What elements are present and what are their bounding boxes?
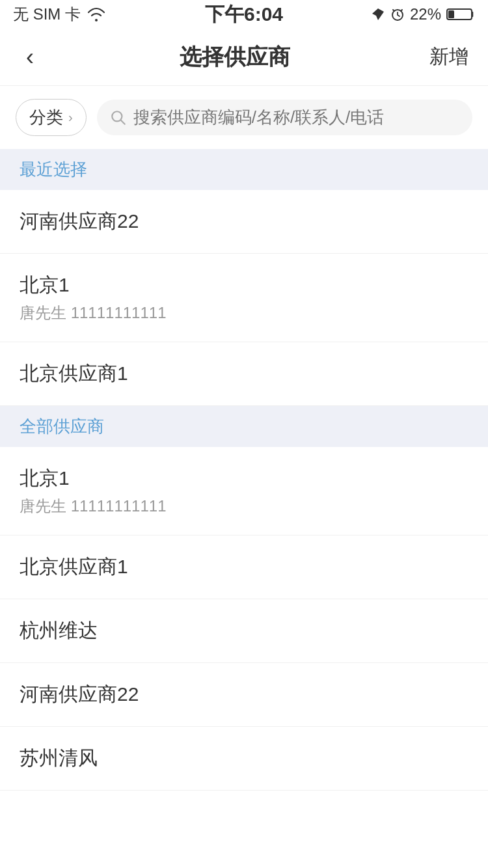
- add-button[interactable]: 新增: [429, 44, 468, 70]
- recent-list: 河南供应商22北京1唐先生 11111111111北京供应商1: [0, 190, 488, 406]
- item-name: 北京供应商1: [20, 554, 468, 580]
- list-item[interactable]: 北京供应商1: [0, 342, 488, 406]
- all-section-header: 全部供应商: [0, 406, 488, 447]
- battery-text: 22%: [410, 5, 441, 23]
- alarm-icon: [390, 7, 405, 21]
- recent-section-header: 最近选择: [0, 149, 488, 190]
- item-name: 河南供应商22: [20, 681, 468, 708]
- battery-icon: [446, 7, 475, 21]
- search-input[interactable]: [133, 107, 459, 128]
- list-item[interactable]: 北京供应商1: [0, 536, 488, 599]
- list-item[interactable]: 河南供应商22: [0, 663, 488, 727]
- status-bar: 无 SIM 卡 下午6:04 22%: [0, 0, 488, 29]
- item-sub: 唐先生 11111111111: [20, 496, 468, 517]
- all-list: 北京1唐先生 11111111111北京供应商1杭州维达河南供应商22苏州清风: [0, 447, 488, 791]
- chevron-right-icon: ›: [68, 110, 73, 125]
- category-button[interactable]: 分类 ›: [16, 99, 87, 136]
- status-time: 下午6:04: [205, 1, 283, 28]
- wifi-icon: [87, 7, 105, 21]
- category-label: 分类: [29, 106, 63, 129]
- item-name: 北京1: [20, 272, 468, 299]
- list-item[interactable]: 北京1唐先生 11111111111: [0, 447, 488, 536]
- item-name: 北京供应商1: [20, 360, 468, 387]
- all-section-label: 全部供应商: [20, 416, 104, 436]
- item-name: 北京1: [20, 465, 468, 492]
- list-item[interactable]: 苏州清风: [0, 727, 488, 791]
- back-button[interactable]: ‹: [20, 37, 40, 77]
- location-icon: [371, 7, 385, 21]
- item-sub: 唐先生 11111111111: [20, 303, 468, 323]
- item-name: 杭州维达: [20, 617, 468, 644]
- status-right: 22%: [371, 5, 475, 23]
- item-name: 苏州清风: [20, 745, 468, 772]
- list-item[interactable]: 北京1唐先生 11111111111: [0, 254, 488, 342]
- filter-bar: 分类 ›: [0, 86, 488, 149]
- page-title: 选择供应商: [180, 42, 290, 72]
- item-name: 河南供应商22: [20, 208, 468, 235]
- list-item[interactable]: 河南供应商22: [0, 190, 488, 254]
- svg-rect-2: [448, 10, 454, 18]
- status-left: 无 SIM 卡: [13, 4, 105, 25]
- nav-bar: ‹ 选择供应商 新增: [0, 29, 488, 86]
- recent-section-label: 最近选择: [20, 159, 87, 179]
- no-sim-text: 无 SIM 卡: [13, 4, 81, 25]
- search-box[interactable]: [97, 100, 472, 135]
- search-icon: [110, 109, 127, 126]
- list-item[interactable]: 杭州维达: [0, 599, 488, 663]
